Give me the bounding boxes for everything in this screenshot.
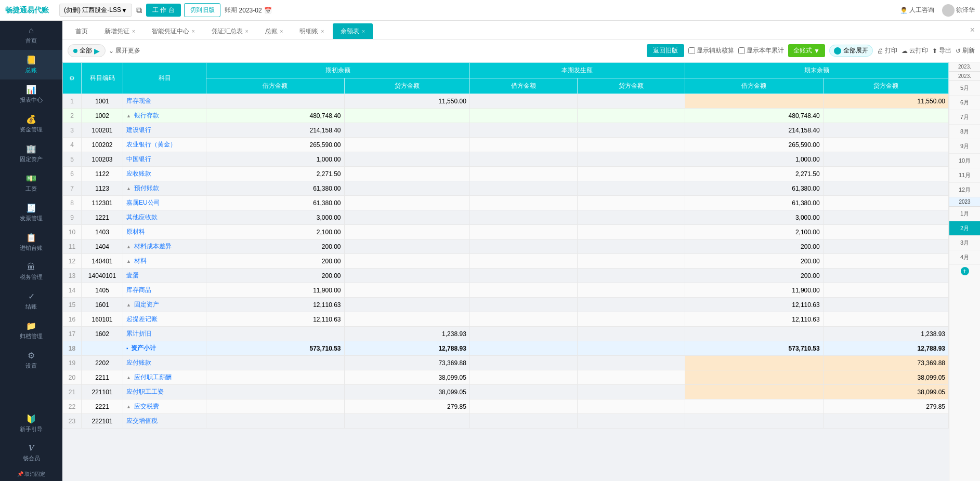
row-name[interactable]: 其他应收款	[123, 210, 206, 225]
right-panel-sep[interactable]: 9月	[949, 139, 980, 154]
full-format-button[interactable]: 全账式 ▼	[788, 44, 825, 57]
row-name[interactable]: ▲ 固定资产	[123, 298, 206, 312]
calendar-icon[interactable]: 📅	[264, 7, 272, 14]
show-aux-checkbox[interactable]: 显示辅助核算	[688, 46, 734, 55]
right-panel-jan[interactable]: 1月	[949, 207, 980, 221]
table-row: 9 1221 其他应收款 3,000.00 3,000.00	[63, 210, 949, 225]
closing-credit-cell: 1,238.93	[823, 327, 948, 341]
row-name[interactable]: 中国银行	[123, 152, 206, 167]
right-panel-mar[interactable]: 3月	[949, 236, 980, 250]
year-checkbox-input[interactable]	[738, 47, 745, 54]
right-panel-jun[interactable]: 6月	[949, 96, 980, 110]
row-code: 160101	[82, 312, 123, 327]
add-period-button[interactable]: +	[961, 267, 969, 275]
right-panel-apr[interactable]: 4月	[949, 250, 980, 265]
aux-checkbox-input[interactable]	[688, 47, 695, 54]
sidebar-item-guide[interactable]: 🔰 新手引导	[0, 409, 62, 438]
sidebar-item-tax[interactable]: 🏛 税务管理	[0, 257, 62, 286]
all-filter-button[interactable]: 全部 ▶	[68, 44, 106, 57]
row-name[interactable]: 农业银行（黄金）	[123, 138, 206, 152]
tab-smart-voucher-close[interactable]: ×	[192, 29, 195, 34]
show-aux-label: 显示辅助核算	[697, 46, 734, 55]
current-credit-cell	[577, 181, 685, 196]
tab-balance-close[interactable]: ×	[362, 29, 365, 34]
tab-voucher-summary-close[interactable]: ×	[245, 29, 249, 34]
right-panel-2023[interactable]: 2023	[949, 197, 980, 207]
tab-close-all[interactable]: ×	[965, 21, 980, 39]
row-name[interactable]: 嘉属EU公司	[123, 196, 206, 210]
sidebar-item-home[interactable]: ⌂ 首页	[0, 21, 62, 50]
right-panel-dec[interactable]: 12月	[949, 183, 980, 197]
row-name[interactable]: ▲ 材料	[123, 254, 206, 269]
row-name[interactable]: ▲ 预付账款	[123, 181, 206, 196]
row-name[interactable]: 应付账款	[123, 356, 206, 370]
row-name[interactable]: 应收账款	[123, 167, 206, 181]
row-name[interactable]: 起提差记账	[123, 312, 206, 327]
sidebar-item-member[interactable]: V 畅会员	[0, 438, 62, 467]
export-button[interactable]: ⬆ 导出	[932, 46, 951, 55]
row-name[interactable]: 累计折旧	[123, 327, 206, 341]
row-name[interactable]: 库存商品	[123, 283, 206, 298]
sidebar-item-assets[interactable]: 🏢 固定资产	[0, 139, 62, 168]
switch-version-button[interactable]: 切到旧版	[184, 3, 220, 17]
opening-credit-cell	[344, 181, 469, 196]
table-container: ⚙ 科目编码 科目 期初余额 本期发生额 期末余额 借方金额 贷方金额 借方金额…	[62, 62, 949, 481]
row-name[interactable]: 建设银行	[123, 123, 206, 138]
tab-general-ledger[interactable]: 总账 ×	[257, 23, 291, 39]
cloud-print-button[interactable]: ☁ 云打印	[901, 46, 928, 55]
sidebar-item-archive[interactable]: 📁 归档管理	[0, 316, 62, 345]
row-name[interactable]: 应付职工工资	[123, 385, 206, 399]
tab-home[interactable]: 首页	[68, 23, 96, 39]
workbench-button[interactable]: 工 作 台	[146, 4, 181, 17]
row-name[interactable]: ▲ 应付职工薪酬	[123, 370, 206, 385]
service-button[interactable]: 👨‍💼 人工咨询	[900, 6, 934, 15]
row-name[interactable]: ▪ 资产小计	[123, 341, 206, 356]
tab-general-ledger-close[interactable]: ×	[280, 29, 283, 34]
expand-more-button[interactable]: ⌄ 展开更多	[109, 46, 140, 55]
sidebar-item-invoice[interactable]: 🧾 发票管理	[0, 198, 62, 228]
row-name[interactable]: ▲ 应交税费	[123, 399, 206, 414]
right-panel-may[interactable]: 5月	[949, 81, 980, 96]
sidebar-item-settings[interactable]: ⚙ 设置	[0, 345, 62, 375]
row-name[interactable]: 库存现金	[123, 94, 206, 109]
row-name[interactable]: ▲ 材料成本差异	[123, 239, 206, 254]
tab-detail-ledger[interactable]: 明细账 ×	[292, 23, 332, 39]
tab-detail-ledger-close[interactable]: ×	[321, 29, 324, 34]
user-info[interactable]: 徐泽华	[942, 4, 975, 17]
sidebar-item-funds[interactable]: 💰 资金管理	[0, 109, 62, 139]
closing-debit-cell: 11,900.00	[685, 283, 824, 298]
sidebar-item-ledger[interactable]: 📒 总账	[0, 50, 62, 79]
company-selector[interactable]: (勿删) 江西股金-LSS ▼	[59, 4, 132, 17]
row-name[interactable]: 原材料	[123, 225, 206, 239]
right-panel-aug[interactable]: 8月	[949, 125, 980, 139]
table-row: 1 1001 库存现金 11,550.00 11,550.00	[63, 94, 949, 109]
sidebar-item-reports[interactable]: 📊 报表中心	[0, 79, 62, 109]
sidebar-item-payroll[interactable]: 💵 工资	[0, 168, 62, 198]
tab-smart-voucher[interactable]: 智能凭证中心 ×	[144, 23, 203, 39]
right-panel-oct[interactable]: 10月	[949, 154, 980, 168]
right-panel-jul[interactable]: 7月	[949, 110, 980, 125]
right-panel-feb[interactable]: 2月	[949, 221, 980, 236]
tab-balance[interactable]: 余额表 ×	[333, 23, 373, 39]
current-credit-cell	[577, 167, 685, 181]
row-name[interactable]: 壹蛋	[123, 269, 206, 283]
show-year-checkbox[interactable]: 显示本年累计	[738, 46, 784, 55]
copy-icon[interactable]: ⧉	[136, 6, 142, 15]
print-button[interactable]: 🖨 打印	[877, 46, 897, 55]
current-credit-cell	[577, 414, 685, 429]
sidebar-item-close[interactable]: ✓ 结账	[0, 286, 62, 316]
current-credit-cell	[577, 109, 685, 123]
tab-new-voucher-close[interactable]: ×	[132, 29, 135, 34]
row-name[interactable]: 应交增值税	[123, 414, 206, 429]
tab-voucher-summary[interactable]: 凭证汇总表 ×	[204, 23, 256, 39]
expand-all-toggle[interactable]: 全部展开	[829, 45, 873, 57]
fixed-pin[interactable]: 📌 取消固定	[0, 467, 62, 481]
sidebar-item-sales[interactable]: 📋 进销台账	[0, 228, 62, 257]
closing-debit-cell	[685, 356, 824, 370]
return-old-version-button[interactable]: 返回旧版	[647, 44, 684, 57]
right-panel-nov[interactable]: 11月	[949, 168, 980, 183]
row-name[interactable]: ▲ 银行存款	[123, 109, 206, 123]
tab-new-voucher[interactable]: 新增凭证 ×	[97, 23, 143, 39]
refresh-button[interactable]: ↺ 刷新	[956, 46, 975, 55]
closing-credit-cell: 38,099.05	[823, 370, 948, 385]
